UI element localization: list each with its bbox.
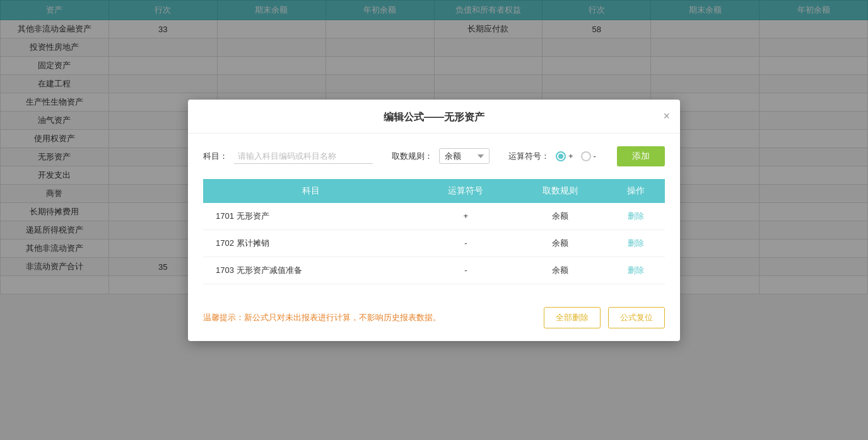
operator-cell: + xyxy=(419,203,513,230)
operator-label: 运算符号： xyxy=(508,151,549,162)
formula-table-header: 科目 xyxy=(203,179,419,203)
footer-tip: 温馨提示：新公式只对未出报表进行计算，不影响历史报表数据。 xyxy=(203,312,441,323)
delete-row-button[interactable]: 删除 xyxy=(628,238,644,248)
edit-formula-modal: 编辑公式——无形资产 × 科目： 取数规则： 余额 运算符号： xyxy=(188,100,680,341)
delete-row-button[interactable]: 删除 xyxy=(628,265,644,275)
subject-cell: 1702 累计摊销 xyxy=(203,229,419,257)
subject-cell: 1703 无形资产减值准备 xyxy=(203,257,419,284)
operator-plus-label: + xyxy=(568,151,573,161)
operator-plus-radio[interactable]: + xyxy=(556,151,573,161)
footer-buttons: 全部删除 公式复位 xyxy=(544,307,665,328)
delete-all-button[interactable]: 全部删除 xyxy=(544,307,601,328)
rule-cell: 余额 xyxy=(513,229,607,257)
operator-minus-radio[interactable]: - xyxy=(581,151,596,161)
reset-formula-button[interactable]: 公式复位 xyxy=(608,307,665,328)
rule-cell: 余额 xyxy=(513,203,607,230)
subject-label: 科目： xyxy=(203,151,228,162)
action-cell: 删除 xyxy=(607,257,665,284)
radio-minus-circle xyxy=(581,151,591,161)
delete-row-button[interactable]: 删除 xyxy=(628,211,644,221)
table-row: 1702 累计摊销-余额删除 xyxy=(203,229,665,257)
subject-cell: 1701 无形资产 xyxy=(203,203,419,230)
rule-select[interactable]: 余额 xyxy=(439,148,490,164)
operator-cell: - xyxy=(419,257,513,284)
operator-minus-label: - xyxy=(594,151,596,161)
modal-title: 编辑公式——无形资产 xyxy=(384,112,484,122)
operator-cell: - xyxy=(419,229,513,257)
formula-table-header: 运算符号 xyxy=(419,179,513,203)
rule-label: 取数规则： xyxy=(392,151,433,162)
action-cell: 删除 xyxy=(607,229,665,257)
subject-input[interactable] xyxy=(234,149,373,164)
modal-footer: 温馨提示：新公式只对未出报表进行计算，不影响历史报表数据。 全部删除 公式复位 xyxy=(188,297,680,341)
table-row: 1703 无形资产减值准备-余额删除 xyxy=(203,257,665,284)
rule-select-wrap: 余额 xyxy=(439,148,490,164)
form-row: 科目： 取数规则： 余额 运算符号： + xyxy=(203,146,665,166)
action-cell: 删除 xyxy=(607,203,665,230)
table-row: 1701 无形资产+余额删除 xyxy=(203,203,665,230)
modal-header: 编辑公式——无形资产 × xyxy=(188,100,680,134)
modal-overlay: 编辑公式——无形资产 × 科目： 取数规则： 余额 运算符号： xyxy=(0,0,868,440)
formula-table-header: 操作 xyxy=(607,179,665,203)
page-container: 资产行次期末余额年初余额负债和所有者权益行次期末余额年初余额 其他非流动金融资产… xyxy=(0,0,868,440)
formula-table-header: 取数规则 xyxy=(513,179,607,203)
formula-table: 科目运算符号取数规则操作 1701 无形资产+余额删除1702 累计摊销-余额删… xyxy=(203,179,665,284)
rule-cell: 余额 xyxy=(513,257,607,284)
radio-plus-circle xyxy=(556,151,566,161)
add-button[interactable]: 添加 xyxy=(617,146,665,166)
modal-close-button[interactable]: × xyxy=(663,110,670,122)
modal-body: 科目： 取数规则： 余额 运算符号： + xyxy=(188,134,680,297)
operator-radio-group: + - xyxy=(556,151,596,161)
